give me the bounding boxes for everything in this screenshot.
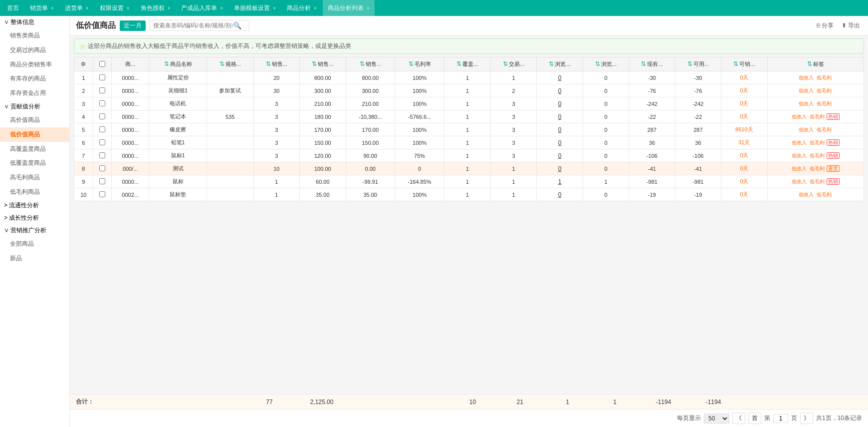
nav-item-商品分析[interactable]: 商品分析× bbox=[282, 0, 322, 16]
sidebar-item-低覆盖度商品[interactable]: 低覆盖度商品 bbox=[0, 156, 69, 170]
search-icon[interactable]: 🔍 bbox=[233, 21, 241, 29]
sidebar-item-全部商品[interactable]: 全部商品 bbox=[0, 237, 69, 251]
share-button[interactable]: ⎘ 分享 bbox=[815, 20, 836, 31]
row-view1[interactable]: 0 bbox=[537, 71, 583, 84]
row-checkbox-cell[interactable] bbox=[93, 123, 111, 136]
close-icon[interactable]: × bbox=[168, 5, 171, 11]
row-checkbox[interactable] bbox=[99, 178, 105, 184]
sidebar-item-低价值商品[interactable]: 低价值商品 bbox=[0, 127, 69, 142]
row-checkbox-cell[interactable] bbox=[93, 84, 111, 97]
sidebar-item-销售类商品[interactable]: 销售类商品 bbox=[0, 28, 69, 43]
view1-link[interactable]: 0 bbox=[558, 100, 562, 107]
nav-item-权限设置[interactable]: 权限设置× bbox=[95, 0, 135, 16]
row-view1[interactable]: 0 bbox=[537, 149, 583, 162]
sidebar-item-高价值商品[interactable]: 高价值商品 bbox=[0, 113, 69, 127]
close-icon[interactable]: × bbox=[51, 5, 54, 11]
close-icon[interactable]: × bbox=[273, 5, 276, 11]
sidebar-group-header-贡献值分析[interactable]: ∨ 贡献值分析 bbox=[0, 100, 69, 113]
nav-item-进货单[interactable]: 进货单× bbox=[60, 0, 94, 16]
nav-item-产成品入库单[interactable]: 产成品入库单× bbox=[176, 0, 228, 16]
close-icon[interactable]: × bbox=[86, 5, 89, 11]
row-view1[interactable]: 0 bbox=[537, 188, 583, 201]
nav-item-销货单[interactable]: 销货单× bbox=[25, 0, 59, 16]
row-checkbox[interactable] bbox=[99, 74, 105, 80]
row-checkbox[interactable] bbox=[99, 87, 105, 93]
sidebar-item-高覆盖度商品[interactable]: 高覆盖度商品 bbox=[0, 142, 69, 156]
row-checkbox[interactable] bbox=[99, 152, 105, 158]
row-checkbox-cell[interactable] bbox=[93, 136, 111, 149]
row-saleable: 0天 bbox=[721, 188, 767, 201]
col-header-name[interactable]: ⇅商品名称 bbox=[149, 57, 207, 71]
row-amount: 180.00 bbox=[300, 110, 346, 123]
per-page-select[interactable]: 50 100 bbox=[704, 414, 729, 424]
sidebar-item-有库存的商品[interactable]: 有库存的商品 bbox=[0, 71, 69, 86]
row-view1[interactable]: 1 bbox=[537, 175, 583, 188]
row-view1[interactable]: 0 bbox=[537, 84, 583, 97]
row-view1[interactable]: 0 bbox=[537, 162, 583, 175]
nav-item-首页[interactable]: 首页 bbox=[2, 0, 24, 16]
sidebar-item-库存资金占用[interactable]: 库存资金占用 bbox=[0, 86, 69, 100]
row-checkbox-cell[interactable] bbox=[93, 71, 111, 84]
close-icon[interactable]: × bbox=[127, 5, 130, 11]
row-checkbox-cell[interactable] bbox=[93, 162, 111, 175]
view1-link[interactable]: 0 bbox=[558, 152, 562, 159]
row-checkbox-cell[interactable] bbox=[93, 188, 111, 201]
page-input[interactable] bbox=[773, 414, 788, 423]
view1-link[interactable]: 0 bbox=[558, 113, 562, 120]
page-label2: 页 bbox=[791, 414, 797, 423]
row-checkbox[interactable] bbox=[99, 126, 105, 132]
close-icon[interactable]: × bbox=[367, 5, 370, 11]
sidebar-group-header-营销推广分析[interactable]: ∨ 营销推广分析 bbox=[0, 224, 69, 237]
view1-link[interactable]: 0 bbox=[558, 191, 562, 198]
view1-link[interactable]: 0 bbox=[558, 139, 562, 146]
close-icon[interactable]: × bbox=[314, 5, 317, 11]
export-button[interactable]: ⬆ 导出 bbox=[840, 20, 862, 31]
nav-item-商品分析列表[interactable]: 商品分析列表× bbox=[323, 0, 375, 16]
row-saleable: 8610天 bbox=[721, 123, 767, 136]
row-amount2: 210.00 bbox=[346, 97, 395, 110]
row-available: -22 bbox=[675, 110, 721, 123]
select-all-checkbox[interactable] bbox=[99, 61, 105, 67]
row-number: 6 bbox=[74, 136, 93, 149]
row-view1[interactable]: 0 bbox=[537, 136, 583, 149]
sidebar-item-新品[interactable]: 新品 bbox=[0, 251, 69, 266]
sidebar-group-header-成长性分析[interactable]: > 成长性分析 bbox=[0, 212, 69, 224]
col-header-code: 商... bbox=[111, 57, 149, 71]
prev-page-button[interactable]: 首 bbox=[748, 413, 761, 424]
row-checkbox[interactable] bbox=[99, 165, 105, 171]
view1-link[interactable]: 0 bbox=[558, 74, 562, 81]
row-checkbox[interactable] bbox=[99, 113, 105, 119]
row-view1[interactable]: 0 bbox=[537, 110, 583, 123]
sidebar-item-交易过的商品[interactable]: 交易过的商品 bbox=[0, 43, 69, 57]
row-view1[interactable]: 0 bbox=[537, 123, 583, 136]
view1-link[interactable]: 1 bbox=[558, 178, 562, 185]
view1-link[interactable]: 0 bbox=[558, 165, 562, 172]
table-area[interactable]: ⚙商...⇅商品名称⇅规格...⇅销售...⇅销售...⇅销售...⇅毛利率⇅覆… bbox=[70, 54, 868, 394]
tag-低毛利: 低毛利 bbox=[809, 114, 826, 119]
col-header-settings[interactable]: ⚙ bbox=[74, 57, 93, 71]
row-checkbox[interactable] bbox=[99, 139, 105, 145]
sidebar-item-高毛利商品[interactable]: 高毛利商品 bbox=[0, 170, 69, 185]
row-checkbox-cell[interactable] bbox=[93, 110, 111, 123]
sidebar-item-商品分类销售率[interactable]: 商品分类销售率 bbox=[0, 57, 69, 72]
first-page-button[interactable]: 《 bbox=[732, 413, 745, 424]
row-checkbox[interactable] bbox=[99, 100, 105, 106]
row-checkbox-cell[interactable] bbox=[93, 97, 111, 110]
search-input[interactable] bbox=[153, 22, 233, 29]
row-view1[interactable]: 0 bbox=[537, 97, 583, 110]
nav-item-单据模板设置[interactable]: 单据模板设置× bbox=[229, 0, 281, 16]
view1-link[interactable]: 0 bbox=[558, 87, 562, 94]
sidebar-group-header-整体信息[interactable]: ∨ 整体信息 bbox=[0, 16, 69, 28]
row-checkbox-cell[interactable] bbox=[93, 149, 111, 162]
view1-link[interactable]: 0 bbox=[558, 126, 562, 133]
row-checkbox[interactable] bbox=[99, 191, 105, 197]
nav-item-角色授权[interactable]: 角色授权× bbox=[136, 0, 176, 16]
row-qty: 3 bbox=[253, 97, 299, 110]
row-checkbox-cell[interactable] bbox=[93, 175, 111, 188]
close-icon[interactable]: × bbox=[220, 5, 223, 11]
time-tag-button[interactable]: 近一月 bbox=[120, 20, 146, 31]
main-layout: ∨ 整体信息销售类商品交易过的商品商品分类销售率有库存的商品库存资金占用∨ 贡献… bbox=[0, 16, 868, 427]
sidebar-item-低毛利商品[interactable]: 低毛利商品 bbox=[0, 185, 69, 199]
next-page-button[interactable]: 》 bbox=[800, 413, 813, 424]
sidebar-group-header-流通性分析[interactable]: > 流通性分析 bbox=[0, 199, 69, 212]
